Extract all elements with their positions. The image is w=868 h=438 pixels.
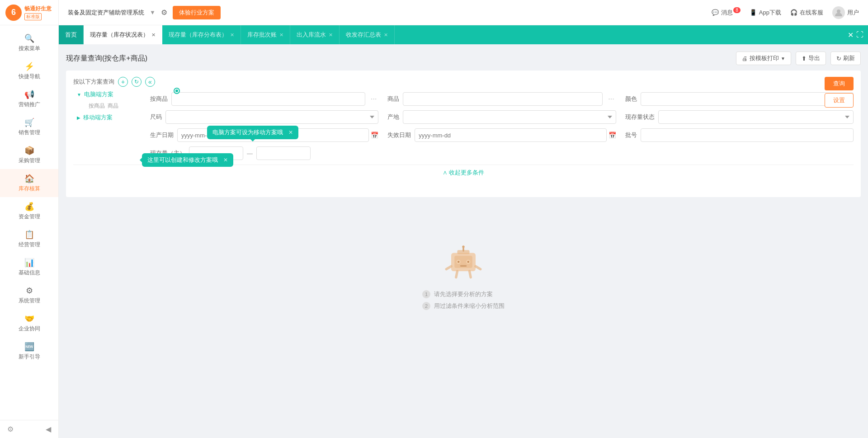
tab-receipt-summary[interactable]: 收发存汇总表 ✕ xyxy=(340,25,395,44)
origin-select[interactable] xyxy=(403,110,616,124)
size-select[interactable] xyxy=(165,110,378,124)
system-name: 装备及固定资产辅助管理系统 xyxy=(68,9,144,17)
sidebar-item-system[interactable]: ⚙ 系统管理 xyxy=(0,281,58,309)
sidebar-item-basic-info[interactable]: 📊 基础信息 xyxy=(0,253,58,281)
filter-row-size: 尺码 xyxy=(150,110,378,124)
amount-dash: — xyxy=(247,150,253,157)
settings-icon[interactable]: ⚙ xyxy=(7,425,14,433)
stock-status-select[interactable] xyxy=(658,110,854,124)
guide-icon: 🆕 xyxy=(24,342,34,352)
tab-inventory-dist[interactable]: 现存量（库存分布表） ✕ xyxy=(162,25,241,44)
sidebar-item-quick-nav[interactable]: ⚡ 快捷导航 xyxy=(0,57,58,85)
filter-label: 按以下方案查询 xyxy=(73,78,114,86)
message-item[interactable]: 💬 消息 8 xyxy=(712,9,741,17)
sidebar-item-finance[interactable]: 💰 资金管理 xyxy=(0,197,58,225)
warehouse-input[interactable] xyxy=(171,92,365,106)
expire-date-input[interactable] xyxy=(415,128,606,142)
sidebar-nav: 🔍 搜索菜单 ⚡ 快捷导航 📢 营销推广 🛒 销售管理 📦 采购管理 🏠 库存核… xyxy=(0,25,58,420)
goods-dots[interactable]: ··· xyxy=(606,95,616,103)
inventory-icon: 🏠 xyxy=(24,174,34,184)
filter-row-stock-status: 现存量状态 xyxy=(625,110,854,124)
svg-point-5 xyxy=(458,261,460,263)
sidebar-item-inventory[interactable]: 🏠 库存核算 xyxy=(0,169,58,197)
filter-header: 按以下方案查询 + ↻ « xyxy=(73,77,854,87)
page-actions: 🖨 按模板打印 ▼ ⬆ 导出 ↻ 刷新 xyxy=(736,52,861,65)
empty-step-2: 2 用过滤条件来缩小分析范围 xyxy=(422,300,505,312)
batch-label: 批号 xyxy=(625,131,637,139)
batch-input[interactable] xyxy=(641,128,854,142)
svg-point-6 xyxy=(467,261,470,263)
tab-home[interactable]: 首页 xyxy=(59,25,84,44)
empty-step-1: 1 请先选择要分析的方案 xyxy=(422,288,505,300)
goods-input[interactable] xyxy=(403,92,603,106)
prod-date-calendar-icon[interactable]: 📅 xyxy=(371,132,378,139)
app-download-item[interactable]: 📱 App下载 xyxy=(750,9,781,17)
sidebar-item-marketing[interactable]: 📢 营销推广 xyxy=(0,85,58,113)
logo-icon: 6 xyxy=(5,5,22,21)
print-button[interactable]: 🖨 按模板打印 ▼ xyxy=(736,52,791,65)
color-select[interactable] xyxy=(641,92,854,106)
trial-button[interactable]: 体验行业方案 xyxy=(173,6,221,19)
header-left: 装备及固定资产辅助管理系统 ▼ ⚙ 体验行业方案 xyxy=(68,6,221,19)
collapse-sidebar-icon[interactable]: ◀ xyxy=(46,425,51,433)
tab-close-receipt-summary[interactable]: ✕ xyxy=(384,32,388,38)
tooltip2-close-button[interactable]: ✕ xyxy=(223,157,228,163)
sidebar-item-purchase[interactable]: 📦 采购管理 xyxy=(0,141,58,169)
tab-in-out-flow[interactable]: 出入库流水 ✕ xyxy=(290,25,340,44)
tooltip1-close-button[interactable]: ✕ xyxy=(288,129,293,136)
export-icon: ⬆ xyxy=(802,55,807,62)
sidebar-item-guide[interactable]: 🆕 新手引导 xyxy=(0,337,58,365)
settings-gear-icon[interactable]: ⚙ xyxy=(161,8,167,17)
sidebar-item-enterprise[interactable]: 🤝 企业协同 xyxy=(0,309,58,337)
step-num-1: 1 xyxy=(422,290,430,298)
filter-add-button[interactable]: + xyxy=(118,77,128,87)
quick-nav-icon: ⚡ xyxy=(24,61,34,71)
scheme-mobile-node[interactable]: ▶ 移动端方案 xyxy=(73,112,164,123)
filter-row-expire-date: 失效日期 📅 xyxy=(387,128,616,142)
expire-date-calendar-icon[interactable]: 📅 xyxy=(609,132,616,139)
sidebar-item-operations[interactable]: 📋 经营管理 xyxy=(0,225,58,253)
tab-close-all-button[interactable]: ✕ xyxy=(848,31,854,39)
filter-section: 按以下方案查询 + ↻ « 电脑方案可设为移动方案哦 ✕ 这里可以创建和修改方案… xyxy=(66,71,861,197)
tab-inventory-status[interactable]: 现存量（库存状况表） ✕ xyxy=(84,25,162,44)
page-header: 现存量查询(按仓库+商品) 🖨 按模板打印 ▼ ⬆ 导出 ↻ 刷新 xyxy=(66,52,861,65)
online-support-item[interactable]: 🎧 在线客服 xyxy=(790,9,823,17)
system-dropdown-icon[interactable]: ▼ xyxy=(150,9,156,16)
warehouse-dots[interactable]: ··· xyxy=(369,95,378,103)
export-button[interactable]: ⬆ 导出 xyxy=(796,52,826,65)
tab-batch-account[interactable]: 库存批次账 ✕ xyxy=(241,25,290,44)
sidebar-item-search-menu[interactable]: 🔍 搜索菜单 xyxy=(0,29,58,57)
svg-line-12 xyxy=(476,266,481,269)
user-item[interactable]: 用户 xyxy=(832,6,859,19)
sidebar-footer: ⚙ ◀ xyxy=(0,420,58,438)
scheme-pc-child-warehouse[interactable]: 按商品商品 xyxy=(82,100,164,112)
search-menu-icon: 🔍 xyxy=(24,33,34,43)
step-num-2: 2 xyxy=(422,302,430,310)
collapse-row[interactable]: ∧ 收起更多条件 xyxy=(73,165,854,180)
scheme-tree: ▼ 电脑端方案 按商品商品 ▶ 移动端方案 xyxy=(73,89,164,123)
filter-amount-row: 现存量（主） — xyxy=(150,146,854,160)
tab-close-inventory-status[interactable]: ✕ xyxy=(151,32,156,38)
tab-close-batch-account[interactable]: ✕ xyxy=(279,32,283,38)
tab-close-inventory-dist[interactable]: ✕ xyxy=(230,32,234,38)
tab-expand-button[interactable]: ⛶ xyxy=(856,31,863,39)
tab-close-in-out-flow[interactable]: ✕ xyxy=(329,32,333,38)
filter-prev-button[interactable]: « xyxy=(145,77,155,87)
goods-label: 商品 xyxy=(387,95,399,103)
main-content: 现存量查询(按仓库+商品) 🖨 按模板打印 ▼ ⬆ 导出 ↻ 刷新 按以下方案查… xyxy=(59,44,868,438)
sidebar-item-sales[interactable]: 🛒 销售管理 xyxy=(0,113,58,141)
message-icon: 💬 xyxy=(712,9,719,16)
query-button[interactable]: 查询 xyxy=(825,77,854,90)
reset-button[interactable]: 设置 xyxy=(825,93,854,108)
filter-sync-button[interactable]: ↻ xyxy=(132,77,142,87)
inventory-max-input[interactable] xyxy=(256,146,311,160)
header-right: 💬 消息 8 📱 App下载 🎧 在线客服 用户 xyxy=(712,6,859,19)
empty-steps: 1 请先选择要分析的方案 2 用过滤条件来缩小分析范围 xyxy=(422,288,505,312)
top-header: 装备及固定资产辅助管理系统 ▼ ⚙ 体验行业方案 💬 消息 8 📱 App下载 … xyxy=(59,0,868,25)
empty-illustration xyxy=(443,239,484,279)
marketing-icon: 📢 xyxy=(24,89,34,99)
scheme-pc-node[interactable]: ▼ 电脑端方案 xyxy=(73,89,164,100)
scheme-pc-label: 电脑端方案 xyxy=(84,90,113,99)
refresh-button[interactable]: ↻ 刷新 xyxy=(830,52,861,65)
operations-icon: 📋 xyxy=(24,230,34,240)
